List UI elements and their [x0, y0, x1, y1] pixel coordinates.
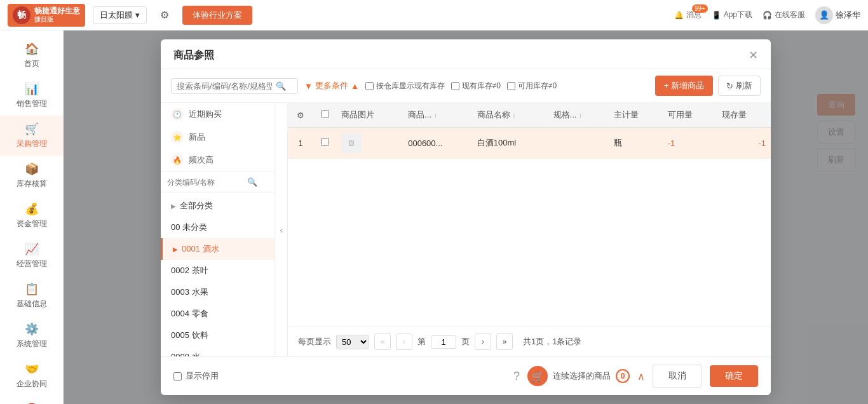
category-00-label: 00 未分类 [171, 222, 207, 233]
checkbox-current-stock[interactable]: 现有库存≠0 [451, 81, 501, 91]
gear-col-icon[interactable]: ⚙ [297, 111, 304, 120]
col-available[interactable]: 可用量 [663, 103, 717, 128]
new-icon: ⭐ [171, 131, 184, 144]
sidebar-label-inventory: 库存核算 [17, 178, 47, 189]
prev-page-button[interactable]: ‹ [396, 333, 412, 350]
sidebar-item-finance[interactable]: 💰 资金管理 [0, 196, 63, 236]
row-spec [548, 128, 609, 159]
name-sort-icon: ↕ [512, 112, 515, 119]
select-all-checkbox[interactable] [321, 110, 329, 118]
row-num: 1 [288, 128, 313, 159]
quick-link-new[interactable]: ⭐ 新品 [161, 126, 275, 149]
category-item-all[interactable]: 全部分类 [161, 195, 275, 217]
col-unit[interactable]: 主计量 [609, 103, 663, 128]
frequent-icon: 🔥 [171, 154, 184, 166]
more-filter-button[interactable]: ▼ 更多条件 ▲ [304, 80, 359, 91]
collapse-panel-button[interactable]: ‹ [275, 103, 288, 356]
sidebar-item-basic[interactable]: 📋 基础信息 [0, 276, 63, 316]
page-number-input[interactable] [431, 335, 456, 349]
show-disabled-checkbox[interactable] [173, 372, 182, 380]
quick-link-recent[interactable]: 🕐 近期购买 [161, 103, 275, 126]
chevron-up-icon[interactable]: ∧ [637, 370, 645, 382]
available-stock-checkbox[interactable] [507, 82, 515, 90]
store-selector[interactable]: 日太阳膜 ▾ [93, 6, 147, 24]
category-item-0003[interactable]: 0003 水果 [161, 281, 275, 303]
settings-icon[interactable]: ⚙ [154, 5, 175, 25]
modal-title: 商品参照 [173, 49, 214, 62]
first-page-button[interactable]: « [374, 333, 391, 350]
basic-icon: 📋 [25, 282, 39, 296]
user-avatar: 👤 [815, 6, 833, 24]
checkbox-available-stock[interactable]: 可用库存≠0 [507, 81, 557, 91]
frequent-label: 频次高 [189, 154, 214, 166]
purchase-icon: 🛒 [25, 122, 39, 136]
service-nav[interactable]: 🎧 在线客服 [763, 10, 805, 20]
category-item-0001[interactable]: 0001 酒水 [161, 238, 275, 260]
category-item-0008[interactable]: 0008 水 [161, 346, 275, 356]
category-search-icon[interactable]: 🔍 [247, 177, 257, 187]
col-code[interactable]: 商品... ↕ [403, 103, 472, 128]
category-item-0005[interactable]: 0005 饮料 [161, 325, 275, 346]
spec-sort-icon: ↕ [579, 112, 582, 119]
sidebar-item-purchase[interactable]: 🛒 采购管理 [0, 116, 63, 156]
user-menu[interactable]: 👤 徐泽华 [815, 6, 860, 24]
checkbox-warehouse-stock[interactable]: 按仓库显示现有库存 [365, 81, 445, 91]
col-checkbox-header[interactable] [313, 103, 336, 128]
sidebar-item-guide[interactable]: 🎯 新手引导 [0, 396, 63, 404]
page-suffix: 页 [461, 336, 470, 347]
col-name[interactable]: 商品名称 ↕ [472, 103, 548, 128]
cart-icon[interactable]: 🛒 [527, 366, 548, 386]
app-download-nav[interactable]: 📱 App下载 [712, 10, 752, 20]
service-label: 在线客服 [775, 10, 805, 20]
last-page-button[interactable]: » [496, 333, 513, 350]
sidebar-item-sales[interactable]: 📊 销售管理 [0, 76, 63, 116]
row-select-checkbox[interactable] [321, 138, 329, 146]
trial-button[interactable]: 体验行业方案 [182, 6, 252, 25]
confirm-button[interactable]: 确定 [710, 365, 758, 387]
sidebar-item-system[interactable]: ⚙️ 系统管理 [0, 316, 63, 356]
sidebar-item-corp[interactable]: 🤝 企业协同 [0, 356, 63, 396]
refresh-button[interactable]: ↻ 刷新 [718, 76, 761, 96]
row-image: 🖼 [336, 128, 403, 159]
add-product-button[interactable]: + 新增商品 [655, 76, 713, 96]
quick-link-frequent[interactable]: 🔥 频次高 [161, 149, 275, 172]
modal-body: 🕐 近期购买 ⭐ 新品 🔥 频次高 [161, 103, 771, 356]
show-disabled-text: 显示停用 [186, 370, 219, 382]
table-row[interactable]: 1 🖼 000600... 白酒100ml [288, 128, 771, 159]
search-icon[interactable]: 🔍 [276, 81, 286, 91]
store-selector-arrow: ▾ [135, 10, 140, 20]
sidebar-item-home[interactable]: 🏠 首页 [0, 36, 63, 76]
sidebar-item-inventory[interactable]: 📦 库存核算 [0, 156, 63, 196]
logo: 畅 畅捷通好生意 捷目版 [8, 4, 85, 27]
footer-right: ? 🛒 连续选择的商品 0 ∧ 取消 确定 [513, 365, 758, 387]
sidebar-item-operations[interactable]: 📈 经营管理 [0, 236, 63, 276]
col-spec[interactable]: 规格... ↕ [548, 103, 609, 128]
show-disabled-label[interactable]: 显示停用 [173, 370, 219, 382]
modal-close-button[interactable]: ✕ [749, 48, 758, 62]
message-nav[interactable]: 🔔 消息 99+ [674, 10, 702, 20]
col-num: ⚙ [288, 103, 313, 128]
category-all-label: 全部分类 [180, 200, 213, 212]
per-page-select[interactable]: 50 10 20 100 [336, 335, 369, 349]
help-icon[interactable]: ? [513, 370, 520, 383]
quick-links: 🕐 近期购买 ⭐ 新品 🔥 频次高 [161, 103, 275, 172]
nav-right: 🔔 消息 99+ 📱 App下载 🎧 在线客服 👤 徐泽华 [674, 6, 860, 24]
product-search-input[interactable] [177, 81, 272, 91]
product-data-table: ⚙ 商品图片 [288, 103, 771, 159]
logo-text: 畅捷通好生意 [34, 6, 80, 15]
row-checkbox[interactable] [313, 128, 336, 159]
category-search-input[interactable] [167, 178, 243, 187]
category-item-0002[interactable]: 0002 茶叶 [161, 260, 275, 281]
sidebar-label-corp: 企业协同 [17, 379, 47, 389]
warehouse-stock-checkbox[interactable] [365, 82, 374, 90]
category-item-00[interactable]: 00 未分类 [161, 217, 275, 238]
product-reference-modal: 商品参照 ✕ 🔍 ▼ 更多条件 ▲ 按仓 [161, 39, 771, 395]
sidebar-label-sales: 销售管理 [17, 98, 47, 109]
code-sort-icon: ↕ [434, 112, 437, 119]
cancel-button[interactable]: 取消 [653, 365, 702, 387]
category-item-0004[interactable]: 0004 零食 [161, 303, 275, 325]
filter-label: 更多条件 [315, 80, 348, 91]
next-page-button[interactable]: › [475, 333, 491, 350]
current-stock-checkbox[interactable] [451, 82, 459, 90]
col-stock[interactable]: 现存量 [717, 103, 771, 128]
